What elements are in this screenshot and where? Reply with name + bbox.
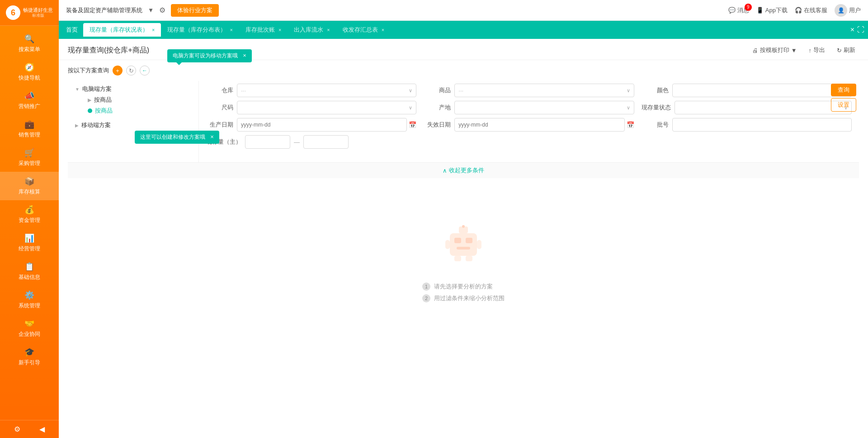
goods-more-icon: ··· xyxy=(458,87,463,94)
tab-inout-flow[interactable]: 出入库流水 × xyxy=(288,23,336,37)
export-icon: ↑ xyxy=(809,47,812,54)
expire-date-calendar-icon[interactable]: 📅 xyxy=(627,121,634,128)
sidebar-item-purchase[interactable]: 🛒 采购管理 xyxy=(0,143,59,172)
support-btn[interactable]: 🎧 在线客服 xyxy=(795,6,827,14)
sidebar-item-system[interactable]: ⚙️ 系统管理 xyxy=(0,286,59,314)
scheme-pc-label: 电脑端方案 xyxy=(82,85,112,93)
scheme-mobile-header[interactable]: ▶ 移动端方案 xyxy=(75,120,191,131)
sidebar-item-basic[interactable]: 📋 基础信息 xyxy=(0,257,59,286)
settings-query-btn[interactable]: 设置 xyxy=(831,98,856,112)
produce-date-input-area: 📅 xyxy=(237,118,416,132)
industry-btn[interactable]: 体验行业方案 xyxy=(171,4,219,17)
header-settings-btn[interactable]: ⚙ xyxy=(159,6,165,14)
collapse-bar[interactable]: ∧ 收起更多条件 xyxy=(68,162,859,178)
tab-batch-ledger-label: 库存批次账 xyxy=(245,26,275,34)
empty-state-icon xyxy=(441,220,486,273)
expire-date-label: 失效日期 xyxy=(424,121,451,129)
tab-recv-summary-close[interactable]: × xyxy=(382,27,384,33)
stock-main-min-input[interactable] xyxy=(245,135,290,149)
scheme-pc-items: ▶ 按商品 按商品 xyxy=(75,94,191,116)
tab-close-all-btn[interactable]: × xyxy=(850,26,854,34)
size-chevron-icon: ∨ xyxy=(409,105,412,111)
print-btn[interactable]: 🖨 按模板打印 ▼ xyxy=(749,44,801,56)
sidebar-item-search[interactable]: 🔍 搜索菜单 xyxy=(0,29,59,58)
sidebar-item-sales[interactable]: 💼 销售管理 xyxy=(0,115,59,143)
empty-step-2: 2 用过滤条件来缩小分析范围 xyxy=(422,294,505,302)
warehouse-select[interactable]: ··· ∨ xyxy=(237,84,416,97)
stock-main-sep: — xyxy=(294,139,300,146)
sidebar-item-guide[interactable]: 🧭 快捷导航 xyxy=(0,58,59,86)
query-btn[interactable]: 查询 xyxy=(831,84,856,96)
support-label: 在线客服 xyxy=(804,6,827,14)
scheme-mobile-arrow-icon: ▶ xyxy=(75,123,79,128)
sidebar-item-marketing[interactable]: 📣 营销推广 xyxy=(0,86,59,115)
export-btn[interactable]: ↑ 导出 xyxy=(805,44,829,56)
tab-home[interactable]: 首页 xyxy=(61,23,83,37)
sidebar-item-purchase-label: 采购管理 xyxy=(19,160,40,167)
produce-date-calendar-icon[interactable]: 📅 xyxy=(409,121,416,128)
produce-date-input[interactable] xyxy=(237,118,407,132)
batch-input[interactable] xyxy=(672,118,852,132)
tooltip-create-scheme-close[interactable]: × xyxy=(210,133,214,140)
sidebar-settings-icon[interactable]: ⚙ xyxy=(14,425,20,433)
scheme-pc-item1-label: 按商品 xyxy=(94,96,112,104)
app-download-btn[interactable]: 📱 App下载 xyxy=(756,6,788,14)
batch-label: 批号 xyxy=(642,121,669,129)
expire-date-input[interactable] xyxy=(454,118,624,132)
filter-body: ▼ 电脑端方案 ▶ 按商品 按商品 xyxy=(68,81,859,162)
svg-rect-7 xyxy=(477,240,481,249)
print-icon: 🖨 xyxy=(752,47,758,54)
filter-add-btn[interactable]: + xyxy=(113,66,123,75)
notification-btn[interactable]: 💬 消息 9 xyxy=(728,6,749,14)
sidebar-item-newbie[interactable]: 🎓 新手引导 xyxy=(0,343,59,371)
tab-batch-ledger-close[interactable]: × xyxy=(278,27,281,33)
sidebar-collapse-icon[interactable]: ◀ xyxy=(39,425,45,433)
sidebar-item-finance[interactable]: 💰 资金管理 xyxy=(0,200,59,229)
tab-inventory-status-close[interactable]: × xyxy=(152,27,155,33)
step2-text: 用过滤条件来缩小分析范围 xyxy=(434,294,505,302)
stock-status-select[interactable]: ∨ xyxy=(675,101,852,114)
guide-nav-icon: 🧭 xyxy=(24,62,34,72)
sidebar-item-system-label: 系统管理 xyxy=(19,302,40,310)
inventory-nav-icon: 📦 xyxy=(24,176,34,186)
sidebar-item-marketing-label: 营销推广 xyxy=(19,103,40,110)
svg-rect-3 xyxy=(457,247,470,250)
goods-label: 商品 xyxy=(424,86,451,94)
goods-select[interactable]: ··· ∨ xyxy=(454,84,634,97)
system-title-dropdown[interactable]: ▼ xyxy=(148,7,154,14)
tab-inventory-dist-close[interactable]: × xyxy=(230,27,232,33)
collab-nav-icon: 🤝 xyxy=(24,319,34,329)
headset-icon: 🎧 xyxy=(795,7,802,14)
origin-select[interactable]: ∨ xyxy=(454,101,634,114)
refresh-icon: ↻ xyxy=(837,47,842,54)
sidebar-item-collab[interactable]: 🤝 企业协同 xyxy=(0,314,59,343)
scheme-pc-item-2[interactable]: 按商品 xyxy=(84,105,191,116)
filter-refresh-btn[interactable]: ↻ xyxy=(126,66,136,75)
scheme-pc-header[interactable]: ▼ 电脑端方案 xyxy=(75,84,191,94)
marketing-nav-icon: 📣 xyxy=(24,91,34,101)
user-btn[interactable]: 👤 用户 xyxy=(835,4,861,17)
tooltip-pc-scheme-text: 电脑方案可设为移动方案哦 xyxy=(173,52,238,59)
top-header: 装备及固定资产辅助管理系统 ▼ ⚙ 体验行业方案 💬 消息 9 📱 App下载 … xyxy=(59,0,868,21)
scheme-pc-item-1[interactable]: ▶ 按商品 xyxy=(84,94,191,105)
filter-left-panel: ▼ 电脑端方案 ▶ 按商品 按商品 xyxy=(68,81,199,162)
sidebar-item-inventory[interactable]: 📦 库存核算 xyxy=(0,172,59,200)
color-select[interactable]: ∨ xyxy=(672,84,852,97)
origin-chevron-icon: ∨ xyxy=(627,105,630,111)
filter-label: 按以下方案查询 xyxy=(68,66,109,75)
refresh-btn[interactable]: ↻ 刷新 xyxy=(833,44,859,56)
tab-fullscreen-btn[interactable]: ⛶ xyxy=(857,26,864,34)
sidebar-item-operations[interactable]: 📊 经营管理 xyxy=(0,229,59,257)
stock-main-max-input[interactable] xyxy=(303,135,349,149)
tab-batch-ledger[interactable]: 库存批次账 × xyxy=(239,23,288,37)
filter-arrow-btn[interactable]: ← xyxy=(140,66,150,75)
warehouse-label: 仓库 xyxy=(206,86,233,94)
size-select[interactable]: ∨ xyxy=(237,101,416,114)
tab-inventory-status[interactable]: 现存量（库存状况表） × xyxy=(83,23,161,37)
filter-goods-row: 商品 ··· ∨ xyxy=(424,84,634,97)
tab-inout-flow-close[interactable]: × xyxy=(327,27,330,33)
tab-inventory-dist[interactable]: 现存量（库存分布表） × xyxy=(161,23,239,37)
header-left: 装备及固定资产辅助管理系统 ▼ ⚙ 体验行业方案 xyxy=(66,4,219,17)
tooltip-pc-scheme-close[interactable]: × xyxy=(243,52,246,59)
tab-recv-summary[interactable]: 收发存汇总表 × xyxy=(336,23,391,37)
